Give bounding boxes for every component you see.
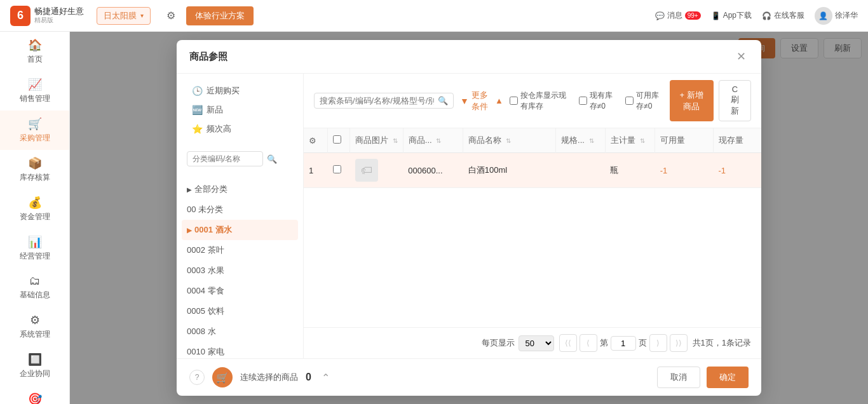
cancel-button[interactable]: 取消 (657, 367, 700, 388)
sidebar: 🏠 首页 📈 销售管理 🛒 采购管理 📦 库存核算 💰 资金管理 📊 经营管理 … (0, 32, 70, 404)
th-spec: 规格... ⇅ (556, 128, 606, 153)
modal-footer: ? 🛒 连续选择的商品 0 ⌃ 取消 确定 (177, 358, 761, 396)
confirm-button[interactable]: 确定 (707, 367, 749, 388)
product-table: ⚙ 商品图片 ⇅ 商品... (304, 128, 761, 188)
th-unit: 主计量 ⇅ (605, 128, 654, 153)
chevron-right-icon-all: ▶ (187, 186, 192, 193)
message-button[interactable]: 💬 消息 99+ (655, 10, 701, 21)
experience-button[interactable]: 体验行业方案 (186, 6, 254, 25)
cart-button[interactable]: 🛒 (212, 367, 233, 387)
cat-item-water[interactable]: 0008 水 (182, 321, 298, 342)
refresh-product-button[interactable]: C 刷新 (719, 80, 751, 121)
table-row[interactable]: 1 🏷 000600... 白酒100ml 瓶 -1 -1 (304, 153, 761, 188)
filter-label: 更多条件 (471, 90, 492, 112)
th-name: 商品名称 ⇅ (463, 128, 556, 153)
cb-warehouse-input[interactable] (510, 97, 518, 105)
page-last-button[interactable]: ⟩⟩ (670, 334, 688, 352)
cb-warehouse-label: 按仓库显示现有库存 (520, 90, 570, 112)
quick-frequent[interactable]: ⭐ 频次高 (187, 119, 293, 138)
cat-item-snack[interactable]: 0004 零食 (182, 281, 298, 301)
cell-name: 白酒100ml (463, 153, 556, 188)
cell-checkbox[interactable] (328, 153, 350, 188)
star-icon: ⭐ (192, 124, 203, 134)
brand-sub: 精易版 (34, 16, 84, 25)
sidebar-label-basic-info: 基础信息 (20, 290, 50, 300)
sort-name-icon[interactable]: ⇅ (506, 137, 511, 144)
search-icon[interactable]: 🔍 (438, 96, 448, 105)
cb-by-warehouse[interactable]: 按仓库显示现有库存 (510, 90, 570, 112)
sidebar-label-enterprise: 企业协同 (20, 368, 50, 379)
th-checkbox (328, 128, 350, 153)
gear-button[interactable]: ⚙ (161, 6, 181, 26)
cat-all-categories[interactable]: ▶ 全部分类 (182, 179, 298, 199)
quick-recent-label: 近期购买 (207, 85, 240, 97)
modal-overlay: 商品参照 ✕ 🕒 近期购买 🆕 新品 (70, 32, 868, 404)
cat-item-uncategorized[interactable]: 00 未分类 (182, 199, 298, 220)
cat-item-liquor[interactable]: ▶ 0001 酒水 (182, 220, 298, 240)
top-nav: 6 畅捷通好生意 精易版 日太阳膜 ▾ ⚙ 体验行业方案 💬 消息 99+ 📱 … (0, 0, 868, 32)
cb-available-input[interactable] (579, 97, 587, 105)
sort-unit-icon[interactable]: ⇅ (640, 137, 645, 144)
cb-available-nonzero[interactable]: 现有库存≠0 (579, 90, 616, 112)
search-box: 🔍 (314, 93, 454, 109)
sidebar-item-operations[interactable]: 📊 经营管理 (0, 229, 69, 268)
collapse-footer-icon[interactable]: ⌃ (322, 372, 330, 384)
cat-fruit-label: 0003 水果 (187, 265, 224, 276)
sidebar-item-finance[interactable]: 💰 资金管理 (0, 189, 69, 229)
sidebar-item-sales[interactable]: 📈 销售管理 (0, 71, 69, 111)
page-input[interactable] (611, 336, 636, 351)
sidebar-item-guide[interactable]: 🎯 新手引导 (0, 386, 69, 404)
sidebar-item-home[interactable]: 🏠 首页 (0, 32, 69, 71)
sort-img-icon[interactable]: ⇅ (393, 137, 398, 144)
main-area: 查询 设置 刷新 商品参照 ✕ 🕒 近期购买 (70, 32, 868, 404)
user-avatar-button[interactable]: 👤 徐泽华 (815, 7, 858, 25)
cat-item-fruit[interactable]: 0003 水果 (182, 260, 298, 281)
cat-search-input[interactable] (187, 151, 263, 166)
sidebar-item-inventory[interactable]: 📦 库存核算 (0, 150, 69, 189)
cat-search-icon[interactable]: 🔍 (267, 154, 277, 164)
app-download-button[interactable]: 📱 App下载 (711, 10, 752, 21)
cat-item-tea[interactable]: 0002 茶叶 (182, 240, 298, 260)
message-label: 消息 (667, 10, 682, 21)
cell-avail: -1 (655, 153, 714, 188)
filter-button[interactable]: ▼ 更多条件 ▲ (460, 90, 503, 112)
add-product-button[interactable]: + 新增商品 (670, 80, 714, 121)
per-page-select[interactable]: 50 10 20 100 (519, 335, 554, 351)
th-image: 商品图片 ⇅ (350, 128, 403, 153)
footer-buttons: 取消 确定 (657, 367, 749, 388)
page-next-button[interactable]: ⟩ (649, 334, 667, 352)
sort-spec-icon[interactable]: ⇅ (589, 137, 594, 144)
sidebar-item-purchase[interactable]: 🛒 采购管理 (0, 111, 69, 150)
sidebar-item-system[interactable]: ⚙ 系统管理 (0, 307, 69, 346)
cb-usable-input[interactable] (625, 97, 634, 105)
select-all-checkbox[interactable] (333, 135, 341, 144)
cat-item-beverage[interactable]: 0005 饮料 (182, 301, 298, 321)
quick-recent[interactable]: 🕒 近期购买 (187, 81, 293, 100)
quick-categories: 🕒 近期购买 🆕 新品 ⭐ 频次高 (177, 79, 303, 141)
quick-new[interactable]: 🆕 新品 (187, 100, 293, 119)
page-prev-button[interactable]: ⟨ (580, 334, 597, 352)
sidebar-label-home: 首页 (27, 54, 43, 65)
home-icon: 🏠 (28, 38, 42, 52)
sidebar-label-system: 系统管理 (20, 329, 50, 340)
cat-item-appliance[interactable]: 0010 家电 (182, 342, 298, 358)
quick-frequent-label: 频次高 (207, 123, 231, 135)
cat-beverage-label: 0005 饮料 (187, 306, 224, 317)
sidebar-item-enterprise[interactable]: 🔲 企业协同 (0, 346, 69, 386)
cat-water-label: 0008 水 (187, 326, 216, 337)
per-page: 每页显示 50 10 20 100 (482, 335, 554, 351)
help-button[interactable]: ? (189, 370, 205, 385)
modal-close-button[interactable]: ✕ (733, 49, 749, 64)
sidebar-item-basic-info[interactable]: 🗂 基础信息 (0, 268, 69, 307)
inventory-icon: 📦 (28, 156, 42, 170)
new-icon: 🆕 (192, 105, 203, 115)
page-total-info: 共1页，1条记录 (693, 337, 751, 349)
sort-code-icon[interactable]: ⇅ (436, 137, 441, 144)
table-header-row: ⚙ 商品图片 ⇅ 商品... (304, 128, 761, 153)
nav-selector[interactable]: 日太阳膜 ▾ (97, 7, 151, 25)
online-service-button[interactable]: 🎧 在线客服 (762, 10, 804, 21)
page-first-button[interactable]: ⟨⟨ (559, 334, 577, 352)
search-input[interactable] (320, 96, 434, 105)
page-nav: ⟨⟨ ⟨ 第 页 ⟩ ⟩⟩ (559, 334, 688, 352)
cb-usable-nonzero[interactable]: 可用库存≠0 (625, 90, 663, 112)
